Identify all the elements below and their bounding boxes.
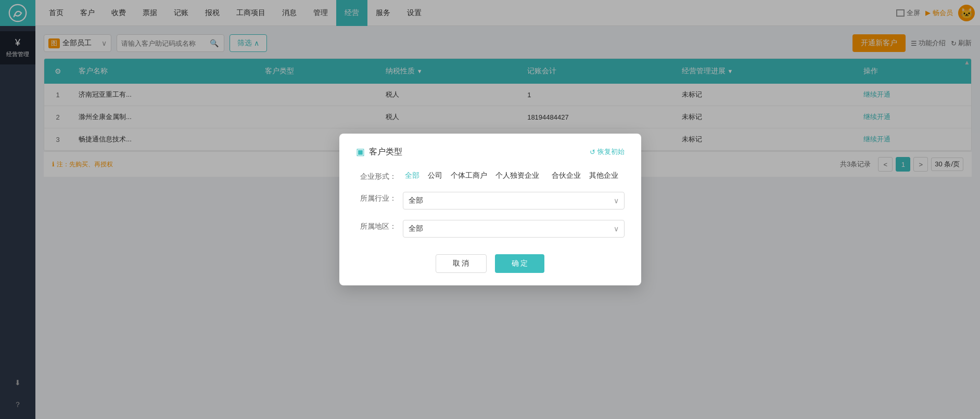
- industry-value: 全部: [409, 196, 423, 205]
- region-arrow-icon: ∨: [614, 225, 619, 233]
- filter-dialog-title: ▣ 客户类型: [356, 146, 402, 158]
- enterprise-label: 企业形式：: [356, 170, 403, 181]
- enterprise-option-sole-proprietorship[interactable]: 个人独资企业: [493, 170, 541, 181]
- industry-row: 所属行业： 全部 ∨: [356, 192, 625, 210]
- enterprise-option-other[interactable]: 其他企业: [587, 170, 620, 181]
- region-value: 全部: [409, 224, 423, 233]
- region-select[interactable]: 全部 ∨: [403, 220, 625, 238]
- restore-button[interactable]: ↺ 恢复初始: [590, 147, 625, 156]
- filter-dialog: ▣ 客户类型 ↺ 恢复初始 企业形式： 全部 公司 个体工商户 个人独资企业 合…: [339, 134, 641, 285]
- filter-overlay: ▣ 客户类型 ↺ 恢复初始 企业形式： 全部 公司 个体工商户 个人独资企业 合…: [0, 0, 980, 419]
- dialog-title-text: 客户类型: [369, 147, 402, 158]
- enterprise-form-row: 企业形式： 全部 公司 个体工商户 个人独资企业 合伙企业 其他企业: [356, 170, 625, 181]
- industry-select[interactable]: 全部 ∨: [403, 192, 625, 210]
- dialog-title-icon: ▣: [356, 146, 365, 158]
- enterprise-option-partnership[interactable]: 合伙企业: [550, 170, 583, 181]
- confirm-button[interactable]: 确 定: [495, 254, 545, 273]
- cancel-button[interactable]: 取 消: [436, 254, 487, 273]
- dialog-footer: 取 消 确 定: [356, 254, 625, 273]
- region-label: 所属地区：: [356, 220, 403, 231]
- enterprise-option-company[interactable]: 公司: [426, 170, 444, 181]
- industry-arrow-icon: ∨: [614, 197, 619, 205]
- restore-label: 恢复初始: [597, 147, 625, 156]
- industry-label: 所属行业：: [356, 192, 403, 203]
- enterprise-options: 全部 公司 个体工商户 个人独资企业 合伙企业 其他企业: [403, 170, 620, 181]
- region-row: 所属地区： 全部 ∨: [356, 220, 625, 238]
- enterprise-option-self-employed[interactable]: 个体工商户: [449, 170, 489, 181]
- enterprise-option-all[interactable]: 全部: [403, 170, 422, 181]
- restore-icon: ↺: [590, 148, 595, 156]
- filter-dialog-header: ▣ 客户类型 ↺ 恢复初始: [356, 146, 625, 158]
